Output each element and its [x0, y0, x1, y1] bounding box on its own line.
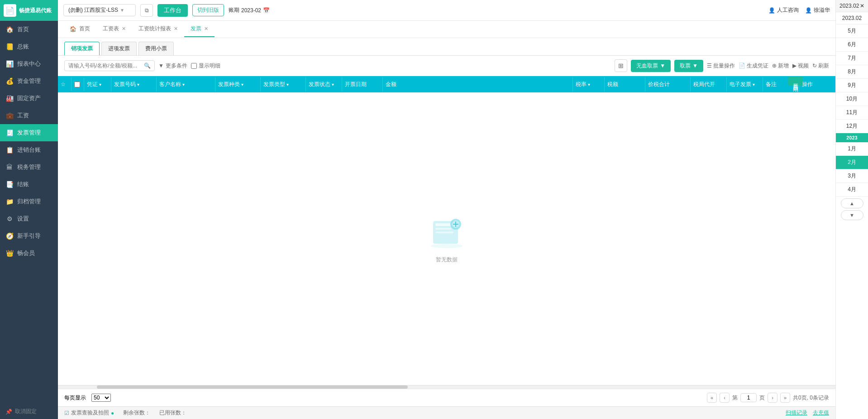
th-voucher-sort-icon[interactable]: ▾ [99, 82, 101, 87]
sidebar-item-label: 结账 [17, 180, 29, 188]
sidebar-item-label: 工资 [17, 111, 29, 120]
date-item-9[interactable]: 9月 [836, 79, 868, 92]
search-box[interactable]: 🔍 [64, 60, 155, 71]
get-ticket-btn[interactable]: 取票 ▼ [674, 60, 703, 72]
sidebar-item-settings[interactable]: ⚙ 设置 [0, 210, 58, 227]
per-page-label: 每页显示 [64, 394, 86, 402]
video-icon: ▶ [792, 63, 796, 69]
tab-close-salary-report[interactable]: ✕ [174, 26, 178, 32]
date-item-2023-4[interactable]: 4月 [836, 183, 868, 197]
page-label: 第 [732, 394, 738, 402]
date-down-btn[interactable]: ▼ [841, 210, 863, 220]
tab-home[interactable]: 🏠 首页 [63, 21, 96, 37]
open-date-panel-btn[interactable]: 开票日期 [788, 77, 803, 86]
date-panel-title: 2023.02 [839, 3, 859, 9]
th-voucher-label: 凭证 [87, 81, 98, 88]
date-item-2023-1[interactable]: 1月 [836, 142, 868, 156]
sidebar-item-member[interactable]: 👑 畅会员 [0, 245, 58, 262]
date-item-5[interactable]: 5月 [836, 24, 868, 38]
no-cancel-btn[interactable]: 无血取票 ▼ [631, 60, 671, 72]
more-filter-btn[interactable]: ▼ 更多条件 [158, 62, 187, 70]
sidebar-item-assets[interactable]: 🏭 固定资产 [0, 90, 58, 107]
generate-voucher-btn[interactable]: 📄 生成凭证 [739, 62, 768, 70]
tab-salary-report[interactable]: 工资统计报表 ✕ [132, 21, 184, 37]
date-panel-close-icon[interactable]: ✕ [860, 3, 864, 9]
search-input[interactable] [68, 63, 142, 69]
show-detail-checkbox[interactable]: 显示明细 [191, 62, 220, 70]
th-customer-sort-icon[interactable]: ▾ [182, 82, 185, 87]
sidebar-item-salary[interactable]: 💼 工资 [0, 107, 58, 124]
sidebar-item-guide[interactable]: 🧭 新手引导 [0, 227, 58, 245]
sub-tab-purchase-invoice[interactable]: 进项发票 [101, 42, 137, 55]
tab-close-invoice[interactable]: ✕ [204, 26, 208, 32]
tab-close-salary[interactable]: ✕ [122, 26, 126, 32]
date-item-12[interactable]: 12月 [836, 120, 868, 133]
date-up-btn[interactable]: ▲ [841, 198, 863, 208]
used-label: 已用张数： [159, 409, 186, 417]
show-detail-label: 显示明细 [199, 62, 220, 70]
sidebar-item-home[interactable]: 🏠 首页 [0, 21, 58, 38]
sidebar-cancel-pin[interactable]: 📌 取消固定 [0, 404, 58, 419]
tab-salary-table[interactable]: 工资表 ✕ [96, 21, 132, 37]
date-item-6[interactable]: 6月 [836, 38, 868, 52]
sidebar-item-invoice[interactable]: 🧾 发票管理 [0, 124, 58, 141]
support-btn[interactable]: 👤 人工咨询 [768, 6, 799, 14]
new-icon: ⊕ [772, 63, 777, 69]
horizontal-scrollbar[interactable] [58, 385, 835, 389]
per-page-select[interactable]: 50 20 100 [91, 394, 111, 402]
detail-checkbox[interactable] [191, 63, 197, 69]
th-tax-bureau: 税局代开 [691, 77, 727, 92]
refresh-btn[interactable]: ↻ 刷新 [812, 62, 829, 70]
date-item-2023-3[interactable]: 3月 [836, 169, 868, 183]
sub-tab-sales-invoice[interactable]: 销项发票 [64, 42, 100, 55]
th-date-label: 开票日期 [345, 81, 367, 88]
th-invoice-status-sort-icon[interactable]: ▾ [332, 82, 334, 87]
date-item-2023-2[interactable]: 2月 [836, 156, 868, 169]
date-item-7[interactable]: 7月 [836, 52, 868, 65]
prev-page-btn[interactable]: ‹ [720, 393, 730, 403]
video-btn[interactable]: ▶ 视频 [792, 62, 809, 70]
sidebar-item-archive[interactable]: 📁 归档管理 [0, 193, 58, 210]
th-tax-rate-sort-icon[interactable]: ▾ [588, 82, 590, 87]
page-input[interactable] [740, 393, 757, 402]
scrollbar-thumb[interactable] [97, 385, 408, 389]
th-invoice-kind-sort-icon[interactable]: ▾ [286, 82, 289, 87]
cancel-pin-label: 取消固定 [15, 408, 37, 415]
batch-op-btn[interactable]: ☰ 批量操作 [707, 62, 735, 70]
table-header: ☆ 凭证 ▾ 发票号码 ▾ 客户名称 ▾ 发票种类 ▾ 发票类型 ▾ [58, 76, 835, 92]
sub-tabs: 销项发票 进项发票 费用小票 [58, 38, 835, 55]
remaining-label: 剩余张数： [123, 409, 150, 417]
th-amount: 金额 [383, 77, 573, 92]
date-item-2023-02-top[interactable]: 2023.02 [836, 12, 868, 24]
sub-tab-expense-receipt[interactable]: 费用小票 [138, 42, 174, 55]
date-item-8[interactable]: 8月 [836, 65, 868, 79]
workbench-button[interactable]: 工作台 [157, 4, 188, 17]
sidebar-item-settle[interactable]: 📑 结账 [0, 176, 58, 193]
new-btn[interactable]: ⊕ 新增 [772, 62, 789, 70]
th-invoice-type-sort-icon[interactable]: ▾ [241, 82, 243, 87]
grid-view-icon[interactable]: ⊞ [615, 59, 627, 72]
last-page-btn[interactable]: » [780, 393, 790, 403]
sidebar-item-ledger[interactable]: 📒 总账 [0, 38, 58, 55]
date-item-11[interactable]: 11月 [836, 106, 868, 120]
first-page-btn[interactable]: « [707, 393, 717, 403]
select-all-checkbox[interactable] [74, 82, 80, 87]
status-bar: ☑ 发票查验及拍照 ● 剩余张数： 已用张数： 扫描记录 去充值 [58, 406, 835, 419]
sidebar-item-funds[interactable]: 💰 资金管理 [0, 72, 58, 90]
next-page-btn[interactable]: › [768, 393, 777, 403]
th-e-invoice-sort-icon[interactable]: ▾ [753, 82, 755, 87]
th-customer: 客户名称 ▾ [157, 77, 215, 92]
th-invoice-no-sort-icon[interactable]: ▾ [137, 82, 139, 87]
user-avatar-btn[interactable]: 👤 徐溢华 [805, 6, 830, 14]
date-item-10[interactable]: 10月 [836, 92, 868, 106]
batch-icon: ☰ [707, 63, 712, 69]
tab-invoice[interactable]: 发票 ✕ [184, 21, 215, 37]
copy-button[interactable]: ⧉ [140, 4, 153, 17]
sidebar-item-reports[interactable]: 📊 报表中心 [0, 55, 58, 72]
recharge-link[interactable]: 去充值 [813, 409, 829, 417]
sidebar-item-purchase-sales[interactable]: 📋 进销台账 [0, 141, 58, 159]
scan-records-link[interactable]: 扫描记录 [786, 409, 807, 417]
company-selector[interactable]: (勿删) 江西股宝-LSS ▼ [63, 4, 136, 16]
sidebar-item-tax[interactable]: 🏛 税务管理 [0, 159, 58, 176]
switch-version-button[interactable]: 切到旧版 [192, 4, 224, 16]
